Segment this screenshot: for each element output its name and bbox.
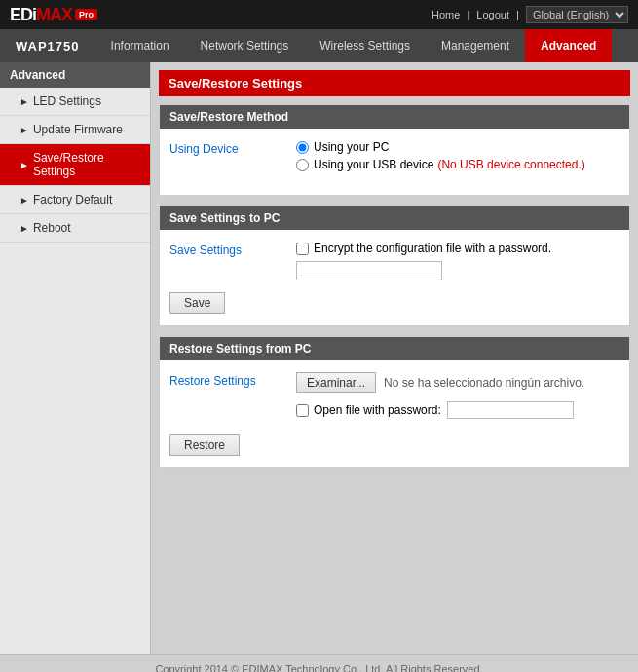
using-device-label: Using Device [169, 140, 296, 156]
sidebar-item-reboot[interactable]: ► Reboot [0, 214, 150, 243]
top-bar: EDiMAX Pro Home | Logout | Global (Engli… [0, 0, 638, 29]
separator1: | [467, 9, 472, 20]
arrow-icon: ► [19, 223, 29, 234]
save-button[interactable]: Save [169, 292, 225, 314]
sidebar-update-label: Update Firmware [33, 123, 123, 136]
sidebar-item-led-settings[interactable]: ► LED Settings [0, 88, 150, 116]
section-method-header: Save/Restore Method [160, 105, 629, 129]
open-file-label: Open file with password: [314, 403, 441, 417]
radio-using-usb-label: Using your USB device [314, 158, 433, 171]
nav-wireless-settings[interactable]: Wireless Settings [304, 29, 426, 62]
sidebar-save-label: Save/Restore Settings [33, 151, 140, 178]
logo-pro: Pro [75, 9, 97, 20]
restore-password-input[interactable] [447, 401, 574, 419]
radio-using-pc-row: Using your PC [296, 140, 619, 154]
sidebar: Advanced ► LED Settings ► Update Firmwar… [0, 62, 151, 654]
section-restore-header: Restore Settings from PC [160, 337, 629, 360]
file-row: Examinar... No se ha seleccionado ningún… [296, 372, 619, 393]
section-restore: Restore Settings from PC Restore Setting… [159, 336, 630, 468]
section-save-header: Save Settings to PC [160, 206, 629, 230]
radio-using-pc[interactable] [296, 141, 309, 154]
save-settings-controls: Encrypt the configuration file with a pa… [296, 242, 619, 280]
using-device-controls: Using your PC Using your USB device (No … [296, 140, 619, 175]
sidebar-title: Advanced [0, 62, 150, 88]
save-settings-row: Save Settings Encrypt the configuration … [169, 242, 619, 280]
sidebar-factory-label: Factory Default [33, 193, 112, 206]
browse-button[interactable]: Examinar... [296, 372, 376, 393]
separator2: | [516, 9, 522, 20]
nav-advanced[interactable]: Advanced [525, 29, 612, 62]
no-file-text: No se ha seleccionado ningún archivo. [384, 376, 584, 390]
lang-select[interactable]: Global (English) [526, 6, 628, 23]
sidebar-item-factory-default[interactable]: ► Factory Default [0, 186, 150, 214]
encrypt-checkbox-row: Encrypt the configuration file with a pa… [296, 242, 619, 255]
restore-settings-label: Restore Settings [169, 372, 296, 388]
section-save-body: Save Settings Encrypt the configuration … [160, 230, 629, 325]
open-file-row: Open file with password: [296, 401, 619, 419]
arrow-icon: ► [19, 96, 29, 107]
sidebar-reboot-label: Reboot [33, 221, 71, 235]
section-method-body: Using Device Using your PC Using your US… [160, 129, 629, 195]
sidebar-led-label: LED Settings [33, 94, 101, 108]
section-method: Save/Restore Method Using Device Using y… [159, 104, 630, 196]
save-password-input[interactable] [296, 261, 442, 280]
sidebar-item-save-restore[interactable]: ► Save/Restore Settings [0, 144, 150, 186]
using-device-row: Using Device Using your PC Using your US… [169, 140, 619, 175]
nav-information[interactable]: Information [95, 29, 185, 62]
content-area: Save/Restore Settings Save/Restore Metho… [151, 62, 638, 654]
open-file-checkbox[interactable] [296, 404, 309, 417]
no-usb-text: (No USB device connected.) [437, 158, 584, 171]
encrypt-label: Encrypt the configuration file with a pa… [314, 242, 551, 255]
restore-button[interactable]: Restore [169, 434, 240, 456]
arrow-icon: ► [19, 195, 29, 205]
page-title: Save/Restore Settings [159, 70, 630, 96]
save-settings-label: Save Settings [169, 242, 296, 257]
device-name: WAP1750 [0, 39, 95, 54]
restore-settings-row: Restore Settings Examinar... No se ha se… [169, 372, 619, 423]
logo-edimax: EDiMAX [10, 5, 72, 25]
radio-using-usb[interactable] [296, 159, 309, 171]
main-layout: Advanced ► LED Settings ► Update Firmwar… [0, 62, 638, 654]
nav-bar: WAP1750 Information Network Settings Wir… [0, 29, 638, 62]
radio-using-pc-label: Using your PC [314, 140, 389, 154]
section-save: Save Settings to PC Save Settings Encryp… [159, 205, 630, 326]
sidebar-item-update-firmware[interactable]: ► Update Firmware [0, 116, 150, 144]
footer: Copyright 2014 © EDIMAX Technology Co., … [0, 654, 638, 672]
nav-network-settings[interactable]: Network Settings [185, 29, 305, 62]
logo-area: EDiMAX Pro [10, 5, 97, 25]
arrow-icon: ► [19, 125, 29, 135]
radio-using-usb-row: Using your USB device (No USB device con… [296, 158, 619, 171]
logout-link[interactable]: Logout [476, 9, 509, 20]
section-restore-body: Restore Settings Examinar... No se ha se… [160, 360, 629, 467]
footer-text: Copyright 2014 © EDIMAX Technology Co., … [155, 663, 482, 672]
arrow-icon: ► [19, 160, 29, 170]
nav-links: Information Network Settings Wireless Se… [95, 29, 613, 62]
top-links: Home | Logout | Global (English) [432, 6, 628, 23]
restore-settings-controls: Examinar... No se ha seleccionado ningún… [296, 372, 619, 423]
encrypt-checkbox[interactable] [296, 243, 309, 255]
home-link[interactable]: Home [432, 9, 460, 20]
nav-management[interactable]: Management [426, 29, 525, 62]
